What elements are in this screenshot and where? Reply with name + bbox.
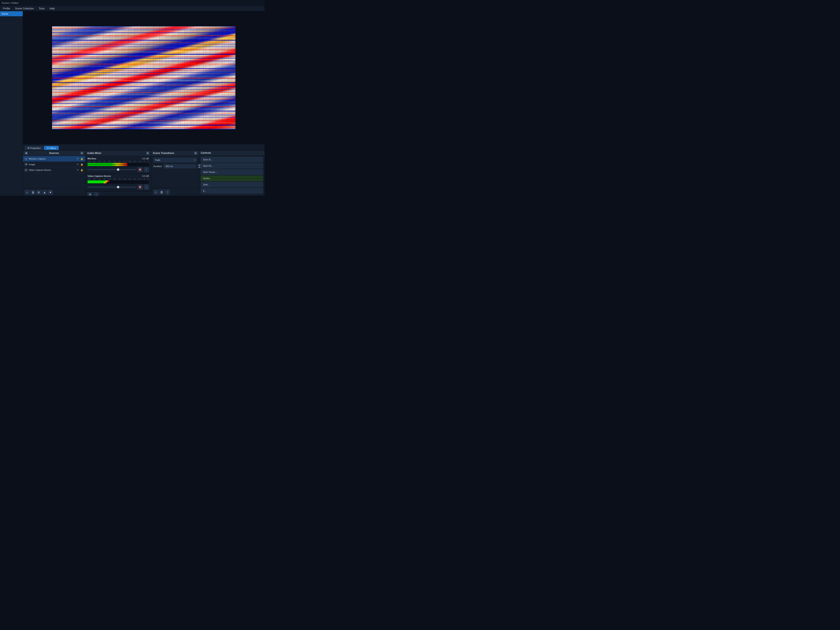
video-capture-volume-thumb[interactable] xyxy=(117,186,119,188)
sources-up-button[interactable]: ▲ xyxy=(42,190,47,195)
properties-label: Properties xyxy=(30,147,41,149)
controls-content: Start St... Start Re... Start Virtual ..… xyxy=(199,156,265,196)
video-capture-channel-header: Video Capture Device 0.0 dB xyxy=(87,175,149,177)
scenes-panel: Scene xyxy=(0,11,23,196)
center-area: ⊞ Properties ⊡ Filters ⊞ Sources ⊡ ⊞ Win… xyxy=(23,11,265,196)
video-capture-eye[interactable]: 👁 xyxy=(76,168,79,172)
video-capture-mute-button[interactable]: 🔇 xyxy=(138,185,143,189)
transitions-add-button[interactable]: + xyxy=(153,189,158,194)
audio-mixer-title: Audio Mixer xyxy=(87,152,101,155)
mic-volume-slider[interactable] xyxy=(87,169,136,170)
video-capture-settings-button[interactable]: ⋮ xyxy=(144,185,149,189)
menu-profile[interactable]: Profile xyxy=(1,7,12,10)
video-capture-meter-top xyxy=(87,180,109,182)
video-capture-icon: 📷 xyxy=(25,169,27,172)
sources-header-icon[interactable]: ⊞ xyxy=(25,152,28,155)
audio-mixer-footer: ⚙ ⋮ xyxy=(85,191,151,196)
sources-expand-icon[interactable]: ⊡ xyxy=(80,152,84,155)
start-recording-button[interactable]: Start Re... xyxy=(201,163,263,169)
audio-channel-video-capture: Video Capture Device 0.0 dB -60-55-50-45… xyxy=(85,174,151,191)
video-capture-lock[interactable]: 🔒 xyxy=(80,168,84,172)
video-capture-name: Video Capture Device xyxy=(29,169,75,171)
transitions-title: Scene Transitions xyxy=(153,152,174,155)
title-text: Scenes: Untitled xyxy=(2,2,18,4)
transitions-footer: + 🗑 ⋮ xyxy=(151,188,199,196)
window-capture-controls: 👁 🔒 xyxy=(76,157,84,160)
mic-mute-button[interactable]: 🔇 xyxy=(138,167,143,172)
transition-type-select-wrapper: Fade Cut Swipe Slide ▼ xyxy=(153,158,197,162)
image-controls: 👁 🔒 xyxy=(76,163,84,166)
studio-mode-button[interactable]: Studio... xyxy=(201,175,263,181)
sources-panel: ⊞ Sources ⊡ ⊞ Window Capture 👁 🔒 🖼 Image xyxy=(23,150,85,196)
mic-settings-button[interactable]: ⋮ xyxy=(144,167,149,172)
window-capture-eye[interactable]: 👁 xyxy=(76,157,79,160)
tab-properties[interactable]: ⊞ Properties xyxy=(25,146,44,150)
transitions-content: Fade Cut Swipe Slide ▼ Duration ▲ ▼ xyxy=(151,156,199,170)
transitions-more-button[interactable]: ⋮ xyxy=(165,189,170,194)
video-capture-db: 0.0 dB xyxy=(142,175,149,177)
video-capture-meter-scale: -60-55-50-45-40-35-30-25-20-15-10-50 xyxy=(87,178,149,180)
filters-icon: ⊡ xyxy=(47,147,49,149)
audio-mixer-expand-icon[interactable]: ⊡ xyxy=(146,152,149,155)
scene-item[interactable]: Scene xyxy=(0,11,23,16)
scene-transitions-panel: Scene Transitions ⊡ Fade Cut Swipe Slide… xyxy=(151,150,199,196)
sources-toolbar: + 🗑 ⚙ ▲ ▼ xyxy=(23,188,85,196)
audio-mixer-gear-button[interactable]: ⚙ xyxy=(87,192,93,196)
transitions-expand-icon[interactable]: ⊡ xyxy=(194,152,197,155)
glitch-lines xyxy=(52,26,235,129)
image-lock[interactable]: 🔒 xyxy=(80,163,84,166)
video-capture-volume-slider[interactable] xyxy=(87,187,136,188)
video-capture-audio-label: Video Capture Device xyxy=(87,175,111,177)
video-capture-meter-container xyxy=(87,180,149,184)
controls-title: Controls xyxy=(201,152,211,155)
video-capture-controls: 👁 🔒 xyxy=(76,168,84,172)
sources-settings-button[interactable]: ⚙ xyxy=(36,190,41,195)
source-item-window-capture[interactable]: ⊞ Window Capture 👁 🔒 xyxy=(23,156,85,162)
tab-filters[interactable]: ⊡ Filters xyxy=(44,146,59,150)
mic-channel-header: Mic/Aux 0.0 dB xyxy=(87,157,149,160)
transition-type-select[interactable]: Fade Cut Swipe Slide xyxy=(153,158,197,162)
main-area: Scene ⊞ Properties ⊡ Filters xyxy=(0,11,265,196)
menu-scene-collection[interactable]: Scene Collection xyxy=(13,7,36,10)
start-virtual-camera-button[interactable]: Start Virtual ... xyxy=(201,169,263,175)
mic-meter-container xyxy=(87,163,149,166)
video-capture-meter-bottom xyxy=(87,182,107,183)
duration-input[interactable] xyxy=(164,164,196,168)
transitions-remove-button[interactable]: 🗑 xyxy=(159,189,164,194)
source-item-image[interactable]: 🖼 Image 👁 🔒 xyxy=(23,162,85,167)
image-eye[interactable]: 👁 xyxy=(76,163,79,166)
video-capture-audio-controls: 🔇 ⋮ xyxy=(87,185,149,189)
mic-volume-thumb[interactable] xyxy=(117,168,119,171)
audio-channel-mic: Mic/Aux 0.0 dB -60-55-50-45-40-35-30-25-… xyxy=(85,156,151,174)
menubar: Profile Scene Collection Tools Help xyxy=(0,6,265,11)
mic-db: 0.0 dB xyxy=(142,157,149,160)
controls-panel: Controls Start St... Start Re... Start V… xyxy=(199,150,265,196)
sources-title: Sources xyxy=(49,152,59,155)
preview-canvas xyxy=(52,26,235,129)
properties-icon: ⊞ xyxy=(27,147,29,149)
settings-button[interactable]: Setti... xyxy=(201,182,263,187)
mic-audio-controls: 🔇 ⋮ xyxy=(87,167,149,172)
menu-tools[interactable]: Tools xyxy=(37,7,47,10)
image-icon: 🖼 xyxy=(25,163,27,166)
bottom-tabs-bar: ⊞ Properties ⊡ Filters xyxy=(23,144,265,150)
audio-mixer-more-button[interactable]: ⋮ xyxy=(94,192,99,196)
mic-label: Mic/Aux xyxy=(87,157,96,160)
exit-button[interactable]: E... xyxy=(201,188,263,194)
sources-remove-button[interactable]: 🗑 xyxy=(30,190,35,195)
filters-label: Filters xyxy=(50,147,56,149)
titlebar: Scenes: Untitled xyxy=(0,0,265,6)
preview-area xyxy=(23,11,265,144)
audio-mixer-header: Audio Mixer ⊡ xyxy=(85,150,151,156)
source-item-video-capture[interactable]: 📷 Video Capture Device 👁 🔒 xyxy=(23,167,85,173)
menu-help[interactable]: Help xyxy=(47,7,57,10)
sources-header: ⊞ Sources ⊡ xyxy=(23,150,85,156)
bottom-panels-row: ⊞ Sources ⊡ ⊞ Window Capture 👁 🔒 🖼 Image xyxy=(23,150,265,196)
sources-add-button[interactable]: + xyxy=(25,190,30,195)
window-capture-lock[interactable]: 🔒 xyxy=(80,157,84,160)
start-streaming-button[interactable]: Start St... xyxy=(201,157,263,162)
transitions-header: Scene Transitions ⊡ xyxy=(151,150,199,156)
sources-down-button[interactable]: ▼ xyxy=(48,190,53,195)
window-capture-name: Window Capture xyxy=(29,158,75,160)
duration-label: Duration xyxy=(153,165,162,167)
